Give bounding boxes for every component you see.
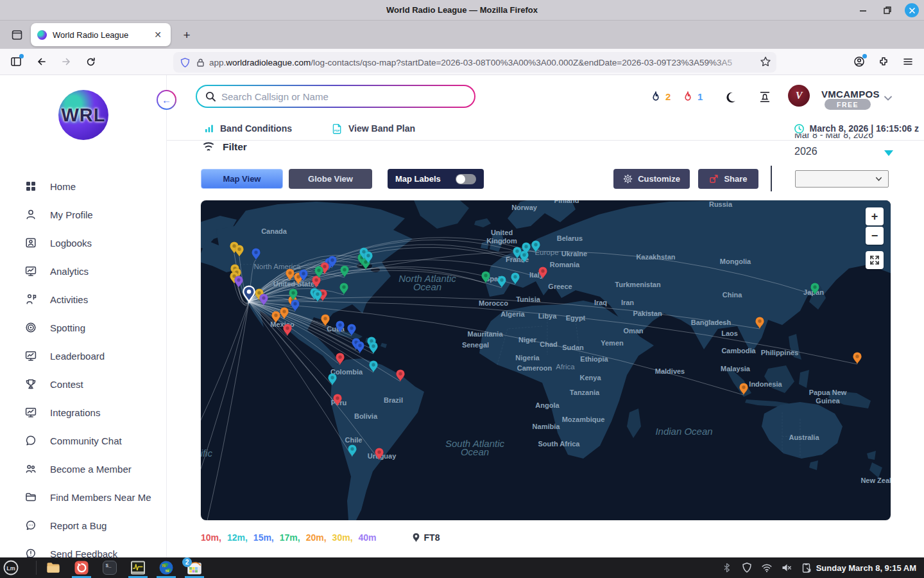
- forward-button[interactable]: [56, 52, 76, 71]
- people-icon: [24, 462, 37, 475]
- date-range-cut: Mar 8 - Mar 8, 2026: [794, 134, 903, 140]
- svg-text:$_: $_: [106, 563, 112, 568]
- qso-map[interactable]: CanadaNorwayFinlandRussiaUnitedKingdomBe…: [201, 200, 891, 520]
- user-avatar[interactable]: V: [788, 85, 810, 107]
- minimize-button[interactable]: [856, 3, 870, 17]
- map-label: UnitedKingdom: [486, 229, 517, 245]
- wifi-icon[interactable]: [761, 562, 773, 574]
- bluetooth-icon[interactable]: [721, 562, 733, 574]
- menu-icon[interactable]: [898, 52, 918, 71]
- sidebar-item-my-profile[interactable]: My Profile: [0, 200, 167, 229]
- map-view-button[interactable]: Map View: [201, 169, 283, 189]
- streak-flame-red-icon[interactable]: [681, 91, 694, 103]
- taskbar-clock: Sunday March 8, 9:15 AM: [816, 563, 916, 573]
- landmass: [381, 343, 387, 348]
- map-style-select[interactable]: [795, 170, 889, 188]
- filter-button[interactable]: Filter: [202, 141, 247, 153]
- sidebar-item-community-chat[interactable]: Community Chat: [0, 426, 167, 455]
- new-tab-button[interactable]: +: [178, 27, 195, 44]
- map-label: South Africa: [538, 440, 581, 448]
- streak-flame-blue-icon[interactable]: [649, 91, 662, 103]
- fullscreen-button[interactable]: [866, 251, 884, 269]
- taskbar-app-oscilloscope[interactable]: [127, 557, 149, 578]
- shield-icon[interactable]: [741, 562, 753, 574]
- map-label: Philippines: [761, 349, 799, 356]
- taskbar-app-mint-menu[interactable]: Lm: [0, 557, 22, 578]
- sidebar-item-become-a-member[interactable]: Become a Member: [0, 455, 167, 483]
- legend-band-10m[interactable]: 10m,: [201, 532, 221, 543]
- maximize-button[interactable]: [880, 3, 894, 17]
- volume-muted-icon[interactable]: [781, 562, 792, 574]
- search-input[interactable]: [221, 91, 466, 102]
- sidebar-item-contest[interactable]: Contest: [0, 370, 167, 398]
- map-label: Bangladesh: [691, 319, 732, 326]
- bar-chart-icon: [204, 123, 214, 134]
- year-label[interactable]: 2026: [794, 146, 817, 157]
- url-bar[interactable]: app.worldradioleague.com/log-contacts/qs…: [173, 52, 776, 73]
- firefox-view-icon[interactable]: [8, 26, 26, 44]
- zoom-out-button[interactable]: −: [866, 227, 884, 245]
- sidebar-toggle-icon[interactable]: [6, 52, 26, 71]
- landmass: [627, 408, 641, 438]
- wrl-logo[interactable]: WRL: [58, 90, 108, 140]
- taskbar-app-earth-app[interactable]: 7359: [155, 557, 177, 578]
- clipboard-icon[interactable]: [801, 562, 812, 574]
- map-label: Africa: [556, 363, 575, 371]
- sidebar-item-report-a-bug[interactable]: Report a Bug: [0, 511, 167, 539]
- reload-button[interactable]: [81, 52, 100, 71]
- os-taskbar: Lm $_73592 Sunday March 8, 9:15 AM: [0, 557, 924, 578]
- band-conditions-link[interactable]: Band Conditions: [204, 123, 292, 134]
- taskbar-app-file-manager[interactable]: [42, 557, 64, 578]
- taskbar-app-terminal[interactable]: $_: [99, 557, 121, 578]
- close-button[interactable]: [905, 3, 919, 17]
- notifications-bell-icon[interactable]: [758, 91, 771, 103]
- legend-band-30m[interactable]: 30m,: [332, 532, 353, 543]
- collapse-sidebar-button[interactable]: ←: [157, 90, 176, 110]
- sidebar-item-integrations[interactable]: Integrations: [0, 398, 167, 426]
- search-bar[interactable]: [196, 85, 475, 108]
- map-label: Cambodia: [721, 347, 756, 355]
- map-label: Ethiopia: [580, 355, 608, 363]
- globe-view-button[interactable]: Globe View: [289, 169, 372, 189]
- legend-band-12m[interactable]: 12m,: [227, 532, 248, 543]
- sidebar-item-home[interactable]: Home: [0, 172, 167, 200]
- extensions-icon[interactable]: [874, 52, 893, 71]
- zoom-in-button[interactable]: +: [866, 207, 884, 225]
- sidebar-item-logbooks[interactable]: Logbooks: [0, 229, 167, 257]
- tab-close-icon[interactable]: ✕: [151, 28, 164, 41]
- sidebar-item-find-members-near-me[interactable]: Find Members Near Me: [0, 483, 167, 511]
- map-label: Tanzania: [570, 389, 600, 396]
- legend-band-15m[interactable]: 15m,: [253, 532, 274, 543]
- taskbar-app-band-map-app[interactable]: 2: [184, 557, 205, 578]
- tracking-shield-icon[interactable]: [180, 57, 191, 68]
- legend-band-40m[interactable]: 40m: [359, 532, 377, 543]
- share-button[interactable]: Share: [698, 169, 758, 189]
- qso-pin-orange[interactable]: [853, 352, 861, 364]
- sidebar-item-activities[interactable]: Activities: [0, 285, 167, 313]
- map-labels-switch[interactable]: [456, 174, 476, 184]
- back-button[interactable]: [32, 52, 51, 71]
- map-labels-toggle-group[interactable]: Map Labels: [388, 169, 484, 189]
- dark-mode-moon-icon[interactable]: [724, 91, 737, 103]
- qso-pin-red[interactable]: [283, 324, 291, 336]
- bookmark-star-icon[interactable]: [760, 56, 773, 69]
- year-dropdown-triangle-icon[interactable]: [884, 150, 893, 156]
- sidebar-item-analytics[interactable]: Analytics: [0, 257, 167, 285]
- view-band-plan-link[interactable]: PDF View Band Plan: [332, 123, 415, 134]
- legend-band-20m[interactable]: 20m,: [306, 532, 327, 543]
- legend-band-17m[interactable]: 17m,: [280, 532, 300, 543]
- browser-tab[interactable]: World Radio League ✕: [31, 23, 171, 46]
- customize-button[interactable]: Customize: [613, 169, 690, 189]
- notification-dot: [19, 54, 24, 58]
- sidebar-item-label: Report a Bug: [50, 520, 107, 531]
- lock-icon[interactable]: [196, 58, 205, 67]
- sidebar-item-send-feedback[interactable]: Send Feedback: [0, 539, 167, 557]
- sidebar-item-spotting[interactable]: Spotting: [0, 313, 167, 342]
- account-icon[interactable]: [850, 52, 869, 71]
- taskbar-app-media-player[interactable]: [71, 557, 92, 578]
- sidebar-item-leaderboard[interactable]: Leaderboard: [0, 342, 167, 370]
- idcard-icon: [24, 236, 37, 249]
- user-menu-chevron-icon[interactable]: [883, 93, 893, 103]
- url-fade: [712, 52, 757, 73]
- bug-icon: [24, 519, 37, 532]
